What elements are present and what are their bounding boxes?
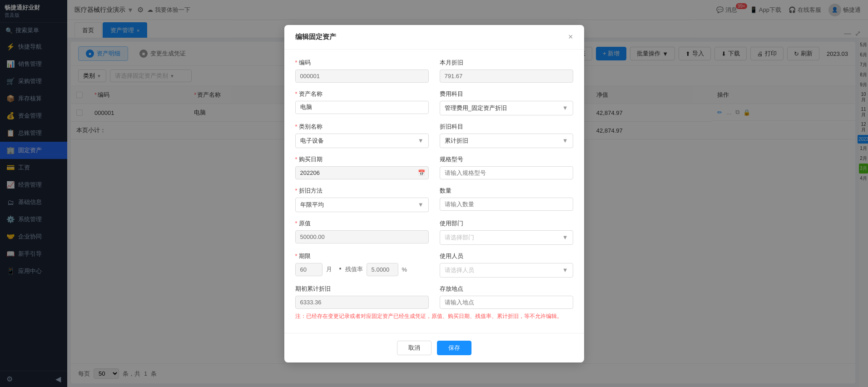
- spec-label: 规格型号: [440, 155, 573, 164]
- form-item-code: * 编码: [295, 59, 429, 83]
- modal-overlay: 编辑固定资产 × * 编码 本月折旧: [0, 0, 868, 387]
- form-note: 注：已经存在变更记录或者对应固定资产已经生成凭证，原值、购买日期、残值率、累计折…: [295, 309, 573, 324]
- dept-select[interactable]: 请选择部门 ▼: [440, 230, 573, 245]
- initial-depr-label: 期初累计折旧: [295, 285, 429, 293]
- form-item-category: * 类别名称 电子设备 ▼: [295, 123, 429, 148]
- form-item-location: 存放地点: [440, 285, 573, 309]
- quantity-label: 数量: [440, 187, 573, 195]
- calendar-icon: 📅: [418, 169, 425, 176]
- depr-method-select[interactable]: 年限平均 ▼: [295, 198, 429, 212]
- code-label: * 编码: [295, 59, 429, 67]
- category-label: * 类别名称: [295, 123, 429, 131]
- original-value-label: * 原值: [295, 219, 429, 228]
- user-select[interactable]: 请选择人员 ▼: [440, 263, 573, 278]
- purchase-date-input[interactable]: [295, 166, 429, 179]
- user-label: 使用人员: [440, 252, 573, 260]
- period-row: 月 * 残值率 %: [295, 263, 429, 276]
- form-item-user: 使用人员 请选择人员 ▼: [440, 252, 573, 278]
- residual-rate-label: 残值率: [345, 265, 363, 273]
- user-arrow-icon: ▼: [562, 267, 568, 273]
- form-item-current-month-depr: 本月折旧: [440, 59, 573, 83]
- current-month-depr-label: 本月折旧: [440, 59, 573, 67]
- spec-input[interactable]: [440, 166, 573, 179]
- asset-name-input[interactable]: [295, 101, 429, 114]
- modal-close-btn[interactable]: ×: [568, 32, 573, 42]
- category-arrow-icon: ▼: [418, 137, 424, 144]
- form-item-original-value: * 原值: [295, 219, 429, 245]
- asset-name-label: * 资产名称: [295, 90, 429, 98]
- form-item-spec: 规格型号: [440, 155, 573, 179]
- quantity-input[interactable]: [440, 198, 573, 211]
- depr-subject-arrow-icon: ▼: [562, 137, 568, 144]
- initial-depr-input[interactable]: [295, 296, 429, 309]
- period-label: * 期限: [295, 252, 429, 260]
- form-item-quantity: 数量: [440, 187, 573, 212]
- original-value-input[interactable]: [295, 230, 429, 243]
- purchase-date-wrapper: 📅: [295, 166, 429, 179]
- location-input[interactable]: [440, 296, 573, 309]
- edit-asset-modal: 编辑固定资产 × * 编码 本月折旧: [284, 25, 584, 362]
- form-item-asset-name: * 资产名称: [295, 90, 429, 115]
- expense-subject-label: 费用科目: [440, 90, 573, 98]
- modal-title: 编辑固定资产: [295, 33, 336, 41]
- modal-footer: 取消 保存: [284, 333, 584, 362]
- form-item-initial-depr: 期初累计折旧: [295, 285, 429, 309]
- save-btn[interactable]: 保存: [437, 341, 471, 355]
- purchase-date-label: * 购买日期: [295, 155, 429, 164]
- residual-rate-input[interactable]: [367, 263, 398, 276]
- form-item-period: * 期限 月 * 残值率 %: [295, 252, 429, 278]
- depr-method-label: * 折旧方法: [295, 187, 429, 195]
- modal-header: 编辑固定资产 ×: [284, 25, 584, 50]
- depr-method-arrow-icon: ▼: [418, 201, 424, 208]
- depr-subject-select[interactable]: 累计折旧 ▼: [440, 134, 573, 148]
- dept-label: 使用部门: [440, 219, 573, 228]
- period-input[interactable]: [295, 263, 322, 276]
- category-select[interactable]: 电子设备 ▼: [295, 134, 429, 148]
- form-grid: * 编码 本月折旧 * 资产名称: [295, 59, 573, 309]
- form-item-depr-method: * 折旧方法 年限平均 ▼: [295, 187, 429, 212]
- form-item-dept: 使用部门 请选择部门 ▼: [440, 219, 573, 245]
- code-input[interactable]: [295, 69, 429, 83]
- expense-subject-arrow-icon: ▼: [562, 104, 568, 111]
- cancel-btn[interactable]: 取消: [397, 341, 432, 355]
- modal-body: * 编码 本月折旧 * 资产名称: [284, 50, 584, 333]
- residual-rate-unit: %: [402, 266, 407, 273]
- location-label: 存放地点: [440, 285, 573, 293]
- expense-subject-select[interactable]: 管理费用_固定资产折旧 ▼: [440, 101, 573, 115]
- form-item-depr-subject: 折旧科目 累计折旧 ▼: [440, 123, 573, 148]
- depr-subject-label: 折旧科目: [440, 123, 573, 131]
- dept-arrow-icon: ▼: [562, 234, 568, 241]
- form-item-purchase-date: * 购买日期 📅: [295, 155, 429, 179]
- period-unit: 月: [326, 265, 332, 273]
- current-month-depr-input[interactable]: [440, 69, 573, 83]
- form-item-expense-subject: 费用科目 管理费用_固定资产折旧 ▼: [440, 90, 573, 115]
